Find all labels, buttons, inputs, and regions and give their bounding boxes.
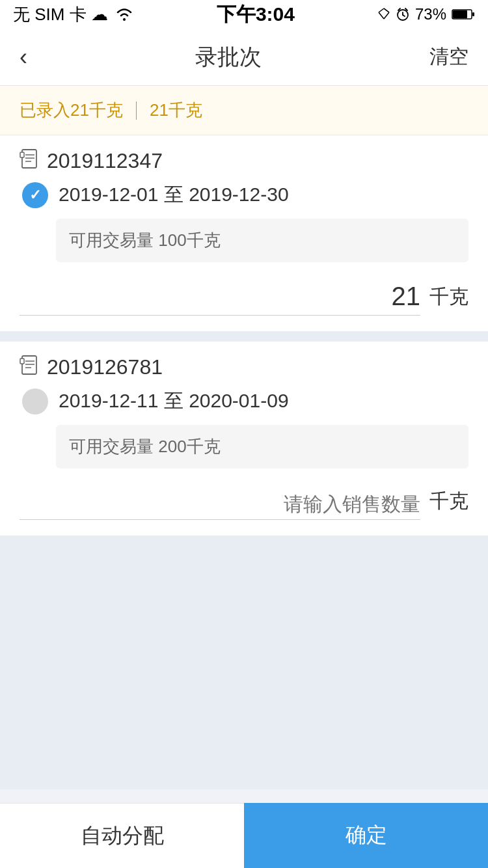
auto-distribute-button[interactable]: 自动分配: [0, 803, 244, 868]
bottom-bar: 自动分配 确定: [0, 803, 488, 868]
info-label: 已录入21千克: [20, 99, 123, 122]
batch-1-icon: [20, 148, 40, 174]
status-right: 73%: [377, 5, 475, 23]
batch-1-available: 可用交易量 100千克: [56, 219, 468, 262]
location-icon: [377, 7, 390, 21]
info-divider: [136, 102, 137, 120]
batch-1-id: 2019112347: [47, 149, 163, 173]
confirm-button[interactable]: 确定: [244, 803, 488, 868]
nav-bar: ‹ 录批次 清空: [0, 29, 488, 86]
svg-line-3: [403, 15, 405, 16]
batch-1-qty: 21: [392, 282, 421, 315]
batch-2-available: 可用交易量 200千克: [56, 425, 468, 468]
svg-point-0: [123, 18, 126, 21]
content-spacer: [0, 536, 488, 789]
battery-icon: [452, 8, 475, 20]
status-time: 下午3:04: [217, 1, 295, 28]
batch-1-date-row[interactable]: ✓ 2019-12-01 至 2019-12-30: [20, 182, 468, 208]
batch-1-date: 2019-12-01 至 2019-12-30: [59, 182, 289, 208]
batch-2-id: 2019126781: [47, 355, 163, 379]
status-left: 无 SIM 卡 ☁: [13, 3, 134, 26]
batch-1-checkbox[interactable]: ✓: [22, 182, 48, 208]
info-value: 21千克: [150, 99, 202, 122]
alarm-icon: [396, 7, 410, 21]
batch-2-date: 2019-12-11 至 2020-01-09: [59, 388, 289, 414]
svg-rect-14: [20, 152, 24, 157]
batch-2-qty-input[interactable]: [20, 493, 420, 519]
checkmark-icon: ✓: [29, 187, 41, 204]
wifi-icon: [115, 7, 134, 21]
batch-2-date-row[interactable]: 2019-12-11 至 2020-01-09: [20, 388, 468, 414]
batch-2-icon: [20, 355, 40, 380]
batch-item-1: 2019112347 ✓ 2019-12-01 至 2019-12-30 可用交…: [0, 135, 488, 262]
svg-rect-8: [472, 12, 474, 16]
clear-button[interactable]: 清空: [429, 44, 468, 70]
batch-item-2: 2019126781 2019-12-11 至 2020-01-09 可用交易量…: [0, 342, 488, 468]
info-banner: 已录入21千克 21千克: [0, 86, 488, 135]
svg-rect-7: [453, 10, 467, 18]
batch-2-checkbox[interactable]: [22, 388, 48, 414]
svg-rect-19: [20, 359, 24, 364]
section-divider-1: [0, 331, 488, 342]
batch-2-unit: 千克: [429, 488, 468, 520]
sim-label: 无 SIM 卡 ☁: [13, 3, 108, 26]
status-bar: 无 SIM 卡 ☁ 下午3:04 73%: [0, 0, 488, 29]
battery-percent: 73%: [415, 5, 446, 23]
batch-1-unit: 千克: [429, 284, 468, 316]
back-button[interactable]: ‹: [20, 44, 27, 71]
page-title: 录批次: [195, 42, 262, 72]
batch-2-header: 2019126781: [20, 355, 468, 380]
batch-1-header: 2019112347: [20, 148, 468, 174]
